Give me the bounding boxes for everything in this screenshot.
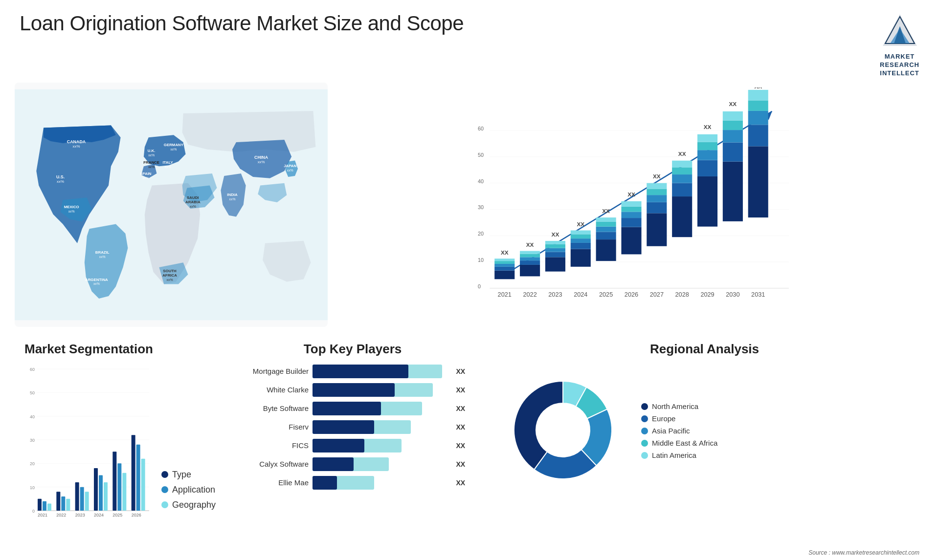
svg-rect-111 [697,150,717,160]
svg-text:0: 0 [478,283,481,289]
svg-text:60: 60 [478,126,484,131]
segmentation-area: Market Segmentation 01020304050602021202… [15,337,221,547]
svg-text:xx%: xx% [93,282,100,285]
svg-rect-125 [748,111,768,125]
svg-rect-99 [647,183,667,189]
logo-text: MARKETRESEARCHINTELLECT [880,53,919,78]
donut-chart-svg [494,362,631,498]
regional-legend-item: Europe [641,414,717,423]
player-name: Mortgage Builder [240,367,309,375]
svg-text:XX: XX [653,173,661,179]
svg-text:xx%: xx% [57,179,64,183]
svg-rect-165 [132,435,135,511]
player-name: Fiserv [240,423,309,431]
legend-application: Application [161,485,216,495]
top-section: CANADA xx% U.S. xx% MEXICO xx% BRAZIL xx… [15,83,924,327]
svg-text:2030: 2030 [726,291,739,298]
svg-rect-55 [494,264,514,267]
regional-legend-dot [641,403,648,410]
svg-rect-60 [520,265,540,276]
regional-legend-item: North America [641,402,717,410]
regional-legend-dot [641,415,648,422]
svg-text:2024: 2024 [574,291,587,298]
regional-area: Regional Analysis North America Europe A… [485,337,924,547]
regional-legend-label: Asia Pacific [652,427,690,435]
player-bar-inner [313,439,364,452]
svg-rect-123 [748,146,768,217]
svg-rect-118 [723,130,743,142]
svg-rect-62 [520,257,540,260]
svg-text:2025: 2025 [112,513,122,517]
svg-text:20: 20 [478,231,484,237]
regional-legend-item: Latin America [641,451,717,459]
svg-text:CHINA: CHINA [254,155,268,160]
svg-rect-149 [56,492,60,511]
svg-rect-85 [596,217,616,222]
map-area: CANADA xx% U.S. xx% MEXICO xx% BRAZIL xx… [15,83,328,327]
svg-text:XX: XX [627,191,635,197]
svg-rect-81 [596,239,616,261]
svg-rect-120 [723,111,743,121]
svg-rect-77 [571,234,591,238]
svg-rect-119 [723,120,743,130]
svg-rect-153 [75,482,79,511]
logo-icon [880,12,919,51]
player-bar [313,383,449,397]
player-row: Calyx Software XX [240,457,465,471]
segmentation-title: Market Segmentation [24,342,216,357]
svg-text:xx%: xx% [167,278,173,281]
player-bar [313,365,449,378]
player-value: XX [456,386,465,394]
segmentation-legend: Type Application Geography [161,470,216,525]
svg-rect-64 [520,251,540,254]
segmentation-bar-chart: 0102030405060202120222023202420252026 [24,362,152,525]
svg-rect-82 [596,232,616,239]
svg-rect-158 [99,475,103,511]
svg-rect-97 [647,195,667,202]
svg-text:CANADA: CANADA [67,139,86,144]
svg-text:XX: XX [552,231,559,237]
svg-text:GERMANY: GERMANY [164,143,184,147]
regional-legend-item: Asia Pacific [641,427,717,435]
svg-rect-69 [545,248,565,252]
bar-chart-area: 0 10 20 30 40 50 60 [337,83,924,327]
svg-text:2026: 2026 [625,291,638,298]
logo-area: MARKETRESEARCHINTELLECT [880,12,919,78]
regional-legend-label: Europe [652,414,675,423]
svg-text:10: 10 [30,485,35,490]
svg-text:xx%: xx% [190,205,196,208]
legend-dot-geography [161,501,168,508]
svg-rect-167 [141,458,145,510]
svg-rect-88 [621,227,641,254]
regional-legend-label: Middle East & Africa [652,439,717,447]
svg-rect-74 [571,249,591,266]
svg-text:2026: 2026 [132,513,141,517]
svg-text:50: 50 [478,152,484,158]
player-bar [313,457,449,471]
svg-text:FRANCE: FRANCE [143,160,159,165]
svg-text:ARGENTINA: ARGENTINA [85,277,108,281]
svg-rect-56 [494,261,514,264]
svg-rect-145 [38,499,42,511]
player-value: XX [456,479,465,487]
segmentation-chart-wrapper: 0102030405060202120222023202420252026 Ty… [24,362,216,525]
player-name: FICS [240,441,309,450]
svg-text:30: 30 [30,438,35,443]
legend-dot-type [161,471,168,478]
svg-text:XX: XX [754,87,762,89]
svg-rect-57 [494,258,514,261]
svg-rect-151 [66,499,70,511]
svg-rect-92 [621,201,641,206]
svg-text:XX: XX [602,208,610,214]
svg-rect-96 [647,202,667,213]
svg-rect-102 [672,196,692,237]
svg-text:20: 20 [30,461,35,466]
players-title: Top Key Players [240,342,465,357]
header: Loan Origination Software Market Size an… [0,0,939,83]
svg-rect-113 [697,134,717,142]
svg-text:xx%: xx% [287,169,293,172]
svg-rect-146 [43,501,46,510]
svg-text:2022: 2022 [523,291,537,298]
page-title: Loan Origination Software Market Size an… [20,12,464,35]
svg-text:xx%: xx% [68,209,75,213]
